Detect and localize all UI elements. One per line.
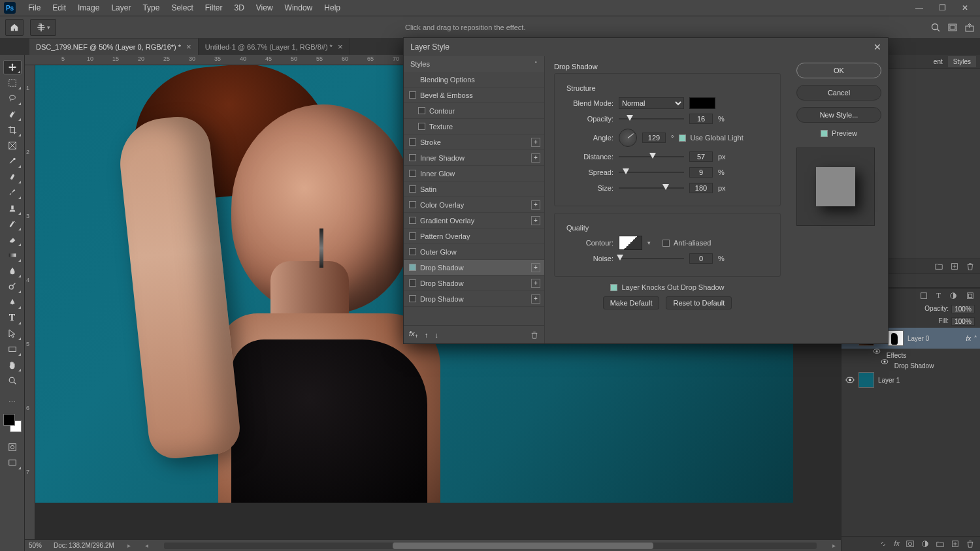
mask-icon[interactable] <box>906 539 915 548</box>
fx-row-drop-shadow[interactable]: Drop Shadow+ <box>404 260 544 276</box>
eraser-tool[interactable] <box>3 232 22 247</box>
path-select-tool[interactable] <box>3 326 22 341</box>
global-light-checkbox[interactable]: Use Global Light <box>679 134 743 142</box>
frame-icon[interactable] <box>947 22 958 33</box>
fx-checkbox[interactable] <box>409 248 416 255</box>
blur-tool[interactable] <box>3 264 22 278</box>
fx-checkbox[interactable] <box>409 170 416 177</box>
layer-row-1[interactable]: Layer 1 <box>841 370 980 390</box>
fx-icon[interactable]: fx <box>894 539 900 548</box>
menu-type[interactable]: Type <box>137 1 165 15</box>
clone-stamp-tool[interactable] <box>3 201 22 215</box>
zoom-tool[interactable] <box>3 373 22 388</box>
knockout-checkbox[interactable]: Layer Knocks Out Drop Shadow <box>610 283 724 291</box>
shadow-color-swatch[interactable] <box>689 97 715 109</box>
add-instance-icon[interactable]: + <box>531 200 540 210</box>
fx-row-inner-shadow[interactable]: Inner Shadow+ <box>404 150 544 166</box>
angle-input[interactable] <box>642 133 666 143</box>
eyedropper-tool[interactable] <box>3 154 22 168</box>
opacity-value[interactable] <box>951 305 975 313</box>
crop-tool[interactable] <box>3 123 22 137</box>
panel-tab-styles[interactable]: Styles <box>948 56 976 67</box>
menu-3d[interactable]: 3D <box>228 1 250 15</box>
history-brush-tool[interactable] <box>3 217 22 231</box>
fx-checkbox[interactable] <box>409 217 416 224</box>
menu-help[interactable]: Help <box>318 1 346 15</box>
pen-tool[interactable] <box>3 295 22 309</box>
window-minimize-button[interactable]: — <box>907 0 931 16</box>
fx-row-pattern-overlay[interactable]: Pattern Overlay <box>404 228 544 244</box>
scroll-right-icon[interactable]: ▸ <box>831 542 837 549</box>
distance-input[interactable] <box>689 151 713 162</box>
menu-window[interactable]: Window <box>279 1 319 15</box>
fx-row-texture[interactable]: Texture <box>404 119 544 134</box>
fx-checkbox[interactable] <box>409 201 416 208</box>
fx-row-satin[interactable]: Satin <box>404 181 544 197</box>
add-instance-icon[interactable]: + <box>531 294 540 304</box>
screen-mode-button[interactable] <box>3 456 22 470</box>
fx-row-color-overlay[interactable]: Color Overlay+ <box>404 197 544 213</box>
new-item-icon[interactable] <box>950 262 959 271</box>
quick-select-tool[interactable] <box>3 107 22 121</box>
add-instance-icon[interactable]: + <box>531 216 540 225</box>
opacity-slider[interactable] <box>619 115 684 123</box>
ruler-vertical[interactable]: 1234567 <box>25 65 35 539</box>
fx-row-bevel-emboss[interactable]: Bevel & Emboss <box>404 87 544 103</box>
spread-input[interactable] <box>689 167 713 178</box>
add-instance-icon[interactable]: + <box>531 153 540 163</box>
hand-tool[interactable] <box>3 358 22 372</box>
rectangle-tool[interactable] <box>3 342 22 356</box>
search-icon[interactable] <box>930 22 941 33</box>
add-instance-icon[interactable]: + <box>531 263 540 272</box>
fx-row-gradient-overlay[interactable]: Gradient Overlay+ <box>404 213 544 228</box>
make-default-button[interactable]: Make Default <box>603 296 660 309</box>
quick-mask-button[interactable] <box>3 440 22 454</box>
opacity-input[interactable] <box>689 114 713 124</box>
anti-aliased-checkbox[interactable]: Anti-aliased <box>662 239 711 247</box>
fx-row-drop-shadow[interactable]: Drop Shadow+ <box>404 291 544 307</box>
frame-tool[interactable] <box>3 138 22 153</box>
panel-tab-adjustments-partial[interactable]: ent <box>928 56 948 67</box>
fx-checkbox[interactable] <box>409 279 416 287</box>
gradient-tool[interactable] <box>3 248 22 262</box>
fx-badge[interactable]: fx ˄ <box>966 335 976 342</box>
trash-icon[interactable] <box>530 330 539 339</box>
trash-icon[interactable] <box>966 539 975 548</box>
chevron-up-icon[interactable]: ˄ <box>534 61 538 67</box>
link-layers-icon[interactable] <box>879 539 888 548</box>
doc-size-label[interactable]: Doc: 138.2M/296.2M <box>54 542 114 549</box>
fx-add-icon[interactable]: fx+ <box>409 330 418 339</box>
adjustment-icon[interactable] <box>949 291 958 300</box>
group-icon[interactable] <box>936 539 945 548</box>
ok-button[interactable]: OK <box>796 63 881 78</box>
fx-row-contour[interactable]: Contour <box>404 103 544 119</box>
fx-checkbox[interactable] <box>418 107 425 114</box>
contour-picker[interactable] <box>619 236 642 250</box>
layer-name[interactable]: Layer 0 <box>907 335 929 342</box>
menu-filter[interactable]: Filter <box>199 1 229 15</box>
size-input[interactable] <box>689 183 713 193</box>
filter-type-icon[interactable] <box>919 291 928 300</box>
marquee-tool[interactable] <box>3 76 22 90</box>
fx-checkbox[interactable] <box>409 264 416 271</box>
blend-mode-select[interactable]: Normal <box>619 97 684 109</box>
fx-checkbox[interactable] <box>409 185 416 193</box>
cancel-button[interactable]: Cancel <box>796 85 881 101</box>
move-down-icon[interactable]: ↓ <box>434 331 438 339</box>
spread-slider[interactable] <box>619 168 684 176</box>
adjustment-layer-icon[interactable] <box>921 539 930 548</box>
color-swatches[interactable] <box>3 414 22 432</box>
edit-toolbar-button[interactable]: ⋯ <box>3 394 22 409</box>
trash-icon[interactable] <box>966 262 975 271</box>
reset-default-button[interactable]: Reset to Default <box>666 296 732 309</box>
menu-layer[interactable]: Layer <box>105 1 137 15</box>
menu-edit[interactable]: Edit <box>46 1 72 15</box>
angle-dial[interactable] <box>619 129 637 147</box>
size-slider[interactable] <box>619 184 684 192</box>
window-maximize-button[interactable]: ❐ <box>931 0 954 16</box>
scroll-left-icon[interactable]: ◂ <box>144 542 150 549</box>
fx-checkbox[interactable] <box>409 154 416 161</box>
type-icon[interactable]: T <box>936 291 941 300</box>
brush-tool[interactable] <box>3 185 22 200</box>
move-tool[interactable] <box>3 60 22 74</box>
